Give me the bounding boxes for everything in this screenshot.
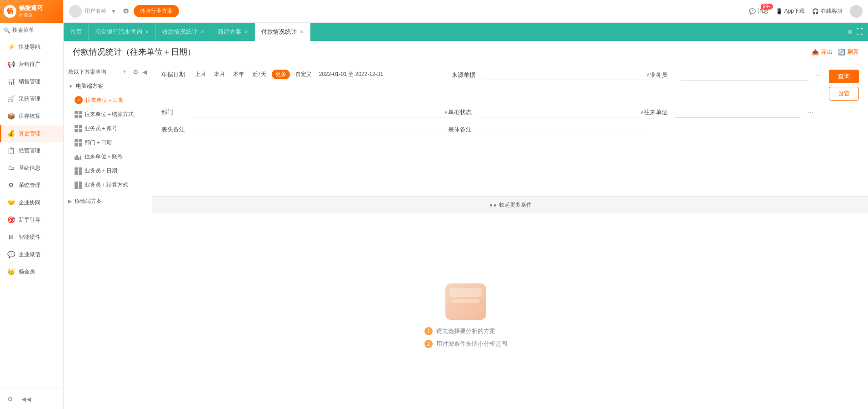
filter-form: 单据日期 上月 本月 本年 近7天 更多 自定义 2022-01-01 至 20… <box>152 63 868 196</box>
scheme-settings-icon[interactable]: ⚙ <box>131 68 140 76</box>
date-btn-this-month[interactable]: 本月 <box>211 70 228 79</box>
filter-voucher-status-field: 单据状态 ∨ <box>448 107 644 117</box>
scheme-grid-icon <box>75 182 82 189</box>
scheme-item-dept-date[interactable]: 部门＋日期 <box>64 136 152 150</box>
tab-new-scheme-close[interactable]: ✕ <box>244 29 248 35</box>
operations-icon: 📋 <box>7 146 15 155</box>
filter-row-2: 部门 ∨ 单据状态 ∨ <box>161 107 859 118</box>
sidebar-item-marketing[interactable]: 📢 营销推广 <box>0 56 63 73</box>
tab-receipt-stats[interactable]: 收款情况统计 ✕ <box>156 23 211 41</box>
scheme-item-label: 往来单位＋结算方式 <box>85 111 134 118</box>
query-button[interactable]: 查询 <box>829 70 859 83</box>
sidebar-item-basic-info[interactable]: 🗂 基础信息 <box>0 159 63 177</box>
sidebar-nav-label: 系统管理 <box>19 182 40 189</box>
date-btn-this-year[interactable]: 本年 <box>230 70 247 79</box>
refresh-button[interactable]: 🔄 刷新 <box>838 48 859 56</box>
user-dropdown-icon[interactable]: ▼ <box>111 8 116 15</box>
sidebar-item-wechat[interactable]: 💬 企业微信 <box>0 246 63 263</box>
scheme-item-salesperson-account[interactable]: 业务员＋账号 <box>64 121 152 136</box>
source-select[interactable]: ∨ <box>483 70 650 80</box>
refresh-icon: 🔄 <box>838 49 845 56</box>
scheme-desktop-label: 电脑端方案 <box>76 82 103 90</box>
app-download-action[interactable]: 📱 App下载 <box>776 7 805 15</box>
sidebar-item-vip[interactable]: 👑 畅会员 <box>0 263 63 280</box>
tip-text-1: 请先选择要分析的方案 <box>436 327 495 335</box>
date-options: 上月 本月 本年 近7天 更多 自定义 2022-01-01 至 2022-12… <box>192 70 383 79</box>
filter-body-note-field: 表体备注 <box>448 124 644 135</box>
tab-payment-close[interactable]: ✕ <box>299 29 304 35</box>
scheme-panel-title: 按以下方案查询 <box>68 68 106 76</box>
export-button[interactable]: 📤 导出 <box>812 48 833 56</box>
filter-partner-field: 往来单位 ··· <box>644 107 813 118</box>
scheme-item-partner-account[interactable]: 往来单位＋账号 <box>64 150 152 164</box>
tab-payment-stats[interactable]: 付款情况统计 ✕ <box>255 23 310 41</box>
scheme-mobile-group[interactable]: ▶ 移动端方案 <box>64 194 152 209</box>
tab-new-scheme[interactable]: 新建方案 ✕ <box>211 23 255 41</box>
scheme-item-salesperson-date[interactable]: 业务员＋日期 <box>64 164 152 178</box>
salesperson-dots[interactable]: ··· <box>816 71 822 79</box>
header-note-input[interactable] <box>192 124 448 135</box>
scheme-item-partner-date[interactable]: ✓ 往来单位＋日期 <box>64 93 152 107</box>
tab-new-scheme-label: 新建方案 <box>218 28 241 36</box>
collapse-chevron-icon: ∧∧ <box>489 202 497 208</box>
sidebar-item-cooperation[interactable]: 🤝 企业协同 <box>0 194 63 211</box>
search-menu[interactable]: 🔍 搜索菜单 <box>0 23 63 38</box>
scheme-collapse-icon[interactable]: ◀ <box>142 68 147 76</box>
scheme-desktop-group-header[interactable]: ▼ 电脑端方案 <box>64 80 152 93</box>
scheme-item-partner-settle[interactable]: 往来单位＋结算方式 <box>64 107 152 121</box>
vip-icon: 👑 <box>7 268 15 276</box>
service-action[interactable]: 🎧 在线客服 <box>812 7 843 15</box>
date-btn-custom[interactable]: 自定义 <box>293 70 314 79</box>
tab-cashflow-close[interactable]: ✕ <box>145 29 149 35</box>
sidebar-collapse-btn[interactable]: ◀◀ <box>20 393 33 405</box>
scheme-active-icon: ✓ <box>75 96 83 104</box>
sidebar-settings-btn[interactable]: ⚙ <box>4 393 16 405</box>
app-logo: 畅 <box>4 5 16 18</box>
sidebar-nav-label: 采购管理 <box>19 95 40 103</box>
empty-illustration <box>439 274 493 320</box>
sidebar-item-system[interactable]: ⚙ 系统管理 <box>0 177 63 194</box>
tab-expand-icon[interactable]: ⛶ <box>856 28 863 36</box>
voucher-status-select[interactable]: ∨ <box>479 107 644 117</box>
date-btn-last-month[interactable]: 上月 <box>192 70 209 79</box>
scheme-add-icon[interactable]: ＋ <box>120 68 129 76</box>
scheme-item-salesperson-settle[interactable]: 业务员＋结算方式 <box>64 178 152 192</box>
tab-home[interactable]: 首页 <box>64 23 89 41</box>
settings-gear-icon[interactable]: ⚙ <box>123 7 129 15</box>
sidebar-nav-label: 经营管理 <box>19 147 40 155</box>
tip-text-2: 用过滤条件来缩小分析范围 <box>436 340 507 348</box>
filter-settings-button[interactable]: 设置 <box>829 87 859 101</box>
sidebar-item-operations[interactable]: 📋 经营管理 <box>0 142 63 159</box>
sidebar-header: 畅 畅捷通巧 标准版 <box>0 0 63 23</box>
dept-select[interactable]: ∨ <box>192 107 448 117</box>
scheme-grid-icon <box>75 111 82 118</box>
sidebar-item-hardware[interactable]: 🖥 智能硬件 <box>0 228 63 246</box>
salesperson-input[interactable] <box>681 70 808 81</box>
sidebar-item-finance[interactable]: 💰 资金管理 <box>0 125 63 142</box>
sidebar-item-purchase[interactable]: 🛒 采购管理 <box>0 90 63 107</box>
date-btn-7days[interactable]: 近7天 <box>249 70 269 79</box>
hardware-icon: 🖥 <box>7 233 15 241</box>
message-action[interactable]: 💬 消息 99+ <box>749 7 768 15</box>
tab-cashflow[interactable]: 现金银行流水查询 ✕ <box>89 23 156 41</box>
service-icon: 🎧 <box>812 8 819 15</box>
sidebar-nav-label: 畅会员 <box>19 268 35 276</box>
tab-close-all-icon[interactable]: ✕ <box>847 28 853 36</box>
partner-input[interactable] <box>675 107 800 118</box>
sidebar-item-inventory[interactable]: 📦 库存核算 <box>0 107 63 125</box>
sidebar-item-quick-nav[interactable]: ⚡ 快捷导航 <box>0 38 63 56</box>
trial-button[interactable]: 体验行业方案 <box>134 5 179 17</box>
filter-right: 单据日期 上月 本月 本年 近7天 更多 自定义 2022-01-01 至 20… <box>152 63 868 213</box>
scheme-item-label: 往来单位＋日期 <box>85 96 124 104</box>
tab-receipt-close[interactable]: ✕ <box>200 29 205 35</box>
sidebar-item-sales[interactable]: 📊 销售管理 <box>0 73 63 90</box>
page-header-actions: 📤 导出 🔄 刷新 <box>812 48 859 56</box>
date-btn-more[interactable]: 更多 <box>272 70 290 79</box>
header-user-avatar[interactable] <box>850 5 863 18</box>
export-icon: 📤 <box>812 49 819 56</box>
purchase-icon: 🛒 <box>7 95 15 103</box>
partner-dots[interactable]: ··· <box>808 108 813 116</box>
sidebar-item-guide[interactable]: 🎯 新手引导 <box>0 211 63 228</box>
body-note-input[interactable] <box>479 124 644 135</box>
collapse-button[interactable]: ∧∧ 收起更多条件 <box>489 201 532 209</box>
